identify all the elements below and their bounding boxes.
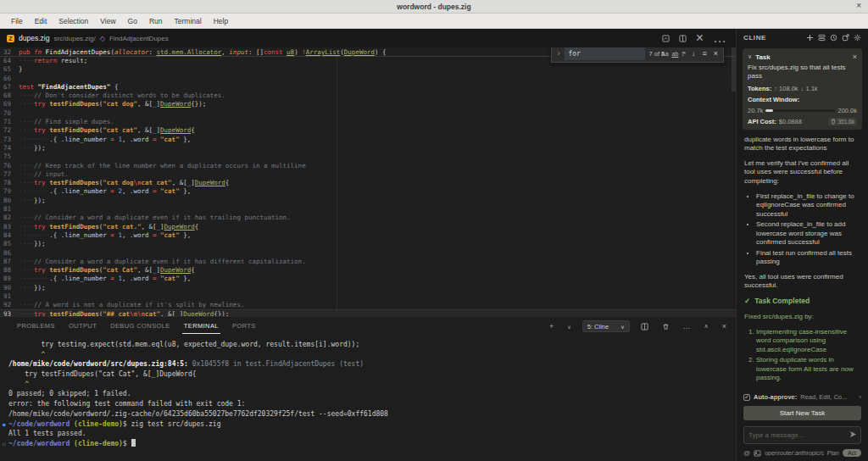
code-line[interactable]: 66 bbox=[0, 75, 736, 83]
menu-edit[interactable]: Edit bbox=[29, 15, 53, 27]
panel-tab-output[interactable]: OUTPUT bbox=[67, 319, 98, 334]
menu-selection[interactable]: Selection bbox=[53, 15, 94, 27]
breadcrumb-symbol[interactable]: FindAdjacentDupes bbox=[109, 35, 169, 42]
mention-icon[interactable]: @ bbox=[743, 449, 750, 457]
code-line[interactable]: 67test "FindAdjacentDupes" { bbox=[0, 83, 736, 92]
task-completed-badge: ✓Task Completed bbox=[744, 297, 860, 306]
more-actions-icon[interactable]: … bbox=[710, 31, 729, 46]
model-selector[interactable]: openrouter:anthropic/cl... bbox=[765, 450, 824, 456]
menu-help[interactable]: Help bbox=[208, 15, 234, 27]
code-line[interactable]: 81 bbox=[0, 205, 736, 214]
delete-task-button[interactable]: 351.6k bbox=[828, 118, 857, 125]
menu-run[interactable]: Run bbox=[143, 15, 169, 27]
code-line[interactable]: 92····// A word is not a duplicate if it… bbox=[0, 301, 736, 309]
close-editor-icon[interactable]: × bbox=[693, 31, 706, 46]
code-line[interactable]: 88····try testFindDupes("cat Cat", &[_]D… bbox=[0, 266, 736, 275]
panel-more-icon[interactable]: … bbox=[681, 322, 693, 330]
code-line[interactable]: 80····}); bbox=[0, 197, 736, 205]
code-line[interactable]: 74····}); bbox=[0, 144, 736, 153]
act-mode-toggle[interactable]: Act bbox=[843, 449, 861, 457]
menu-file[interactable]: File bbox=[5, 15, 29, 27]
find-input[interactable]: for bbox=[565, 47, 645, 60]
add-image-icon[interactable] bbox=[754, 450, 761, 457]
code-line[interactable]: 84········.{ .line_number = 1, .word = "… bbox=[0, 231, 736, 240]
chat-messages: duplicate words in lowercase form to mat… bbox=[737, 134, 868, 388]
split-terminal-icon[interactable] bbox=[638, 323, 651, 330]
code-line[interactable]: 87····// Consider a word a duplicate eve… bbox=[0, 258, 736, 266]
window-titlebar: wordword - dupes.zig × bbox=[0, 0, 868, 14]
toggle-replace-icon[interactable]: › bbox=[555, 49, 561, 58]
whole-word-icon[interactable]: ab bbox=[672, 51, 679, 57]
plan-mode-toggle[interactable]: Plan bbox=[827, 450, 839, 456]
find-widget: › for Aa ab .* 7 of 5 ↑ ↓ ≡ × bbox=[551, 47, 724, 63]
task-collapse-icon[interactable]: ∨ bbox=[748, 53, 752, 60]
new-task-icon[interactable] bbox=[806, 34, 814, 42]
close-task-icon[interactable]: × bbox=[853, 53, 857, 61]
settings-gear-icon[interactable] bbox=[854, 34, 861, 42]
auto-approve-expand-icon[interactable]: › bbox=[860, 393, 862, 401]
window-title: wordword - dupes.zig bbox=[397, 3, 470, 11]
new-terminal-icon[interactable]: + bbox=[547, 322, 556, 330]
open-in-editor-icon[interactable] bbox=[842, 34, 849, 42]
panel-tab-ports[interactable]: PORTS bbox=[231, 319, 258, 334]
terminal-output[interactable]: try testing.expect(std.mem.eql(u8, expec… bbox=[0, 336, 736, 461]
editor-scrollbar[interactable] bbox=[732, 47, 736, 92]
match-case-icon[interactable]: Aa bbox=[661, 51, 669, 57]
code-line[interactable]: 86 bbox=[0, 249, 736, 258]
regex-icon[interactable]: .* bbox=[682, 51, 686, 57]
code-line[interactable]: 93····try testFindDupes("## cat\n\ncat",… bbox=[0, 310, 736, 316]
terminal-profile-chevron-icon[interactable]: ∨ bbox=[565, 324, 573, 330]
auto-approve-row[interactable]: ✓ Auto-approve: Read, Edit, Co... › bbox=[743, 393, 861, 401]
code-line[interactable]: 69····try testFindDupes("cat dog", &[_]D… bbox=[0, 100, 736, 108]
panel-tab-terminal[interactable]: TERMINAL bbox=[182, 319, 220, 334]
code-line[interactable]: 68····// Don't consider distinct words t… bbox=[0, 92, 736, 100]
code-line[interactable]: 83····try testFindDupes("cat cat.", &[_]… bbox=[0, 223, 736, 231]
code-line[interactable]: 71····// Find simple dupes. bbox=[0, 118, 736, 126]
code-line[interactable]: 76····// Keep track of the line number w… bbox=[0, 162, 736, 170]
code-line[interactable]: 79········.{ .line_number = 2, .word = "… bbox=[0, 187, 736, 196]
close-find-icon[interactable]: × bbox=[712, 49, 720, 58]
message-input[interactable] bbox=[743, 426, 861, 444]
sticky-line-number: 32 bbox=[0, 47, 19, 56]
code-line[interactable]: 73········.{ .line_number = 1, .word = "… bbox=[0, 136, 736, 144]
code-line[interactable]: 90····}); bbox=[0, 284, 736, 292]
code-line[interactable]: 77····// input. bbox=[0, 170, 736, 179]
terminal-line: All 1 tests passed. bbox=[0, 429, 736, 439]
code-line[interactable]: 70 bbox=[0, 109, 736, 118]
menu-bar: FileEditSelectionViewGoRunTerminalHelp bbox=[0, 14, 868, 29]
history-icon[interactable] bbox=[830, 34, 837, 42]
close-panel-icon[interactable]: × bbox=[720, 322, 729, 330]
code-line[interactable]: 82····// Consider a word a duplicate eve… bbox=[0, 214, 736, 222]
code-line[interactable]: 65} bbox=[0, 65, 736, 74]
chat-paragraph: Fixed src/dupes.zig by: bbox=[744, 313, 860, 322]
tab-dupes-zig[interactable]: dupes.zig bbox=[19, 34, 49, 42]
code-line[interactable]: 89········.{ .line_number = 1, .word = "… bbox=[0, 275, 736, 283]
auto-approve-checkbox[interactable]: ✓ bbox=[743, 394, 750, 401]
terminal-selector[interactable]: 5: Cline ∨ bbox=[582, 320, 630, 332]
menu-view[interactable]: View bbox=[94, 15, 121, 27]
panel-tab-debug-console[interactable]: DEBUG CONSOLE bbox=[108, 319, 172, 334]
code-line[interactable]: 75 bbox=[0, 153, 736, 161]
mcp-servers-icon[interactable] bbox=[818, 34, 826, 42]
split-editor-icon[interactable] bbox=[676, 35, 689, 42]
menu-terminal[interactable]: Terminal bbox=[169, 15, 208, 27]
send-message-icon[interactable] bbox=[849, 430, 857, 438]
code-line[interactable]: 72····try testFindDupes("cat cat", &[_]D… bbox=[0, 126, 736, 135]
breadcrumb-path[interactable]: src/dupes.zig/ bbox=[53, 35, 95, 42]
maximize-panel-icon[interactable]: ∧ bbox=[702, 323, 711, 330]
code-line[interactable]: 85····}); bbox=[0, 240, 736, 248]
kill-terminal-icon[interactable] bbox=[659, 323, 672, 330]
open-changes-icon[interactable] bbox=[659, 35, 672, 42]
find-in-selection-icon[interactable]: ≡ bbox=[700, 49, 708, 58]
editor-column: Z dupes.zig src/dupes.zig/ ◇ FindAdjacen… bbox=[0, 29, 736, 461]
chevron-down-icon: ∨ bbox=[620, 324, 624, 330]
window-close-button[interactable]: × bbox=[856, 1, 861, 10]
panel-tab-problems[interactable]: PROBLEMS bbox=[15, 319, 57, 334]
code-line[interactable]: 91 bbox=[0, 292, 736, 301]
menu-go[interactable]: Go bbox=[122, 15, 143, 27]
start-new-task-button[interactable]: Start New Task bbox=[743, 406, 861, 420]
next-match-icon[interactable]: ↓ bbox=[690, 49, 698, 58]
code-editor[interactable]: 32 pub fn FindAdjacentDupes(allocator: s… bbox=[0, 47, 736, 316]
code-line[interactable]: 78····try testFindDupes("cat dog\ncat ca… bbox=[0, 179, 736, 187]
chat-list-item: Final test run confirmed all tests passi… bbox=[756, 249, 860, 267]
